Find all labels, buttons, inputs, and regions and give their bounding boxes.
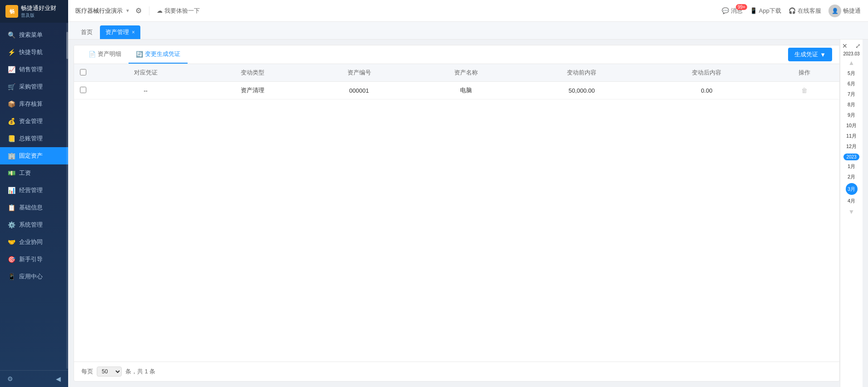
timeline-item-6[interactable]: 6月: [840, 79, 863, 89]
close-icon[interactable]: ✕: [842, 42, 848, 50]
sidebar-item-ledger[interactable]: 📒 总账管理: [0, 130, 68, 147]
timeline-item-feb[interactable]: 2月: [840, 172, 863, 182]
cell-before-change: 50,000.00: [519, 82, 644, 99]
timeline-item-mar-active[interactable]: 3月: [846, 183, 858, 195]
sidebar-item-sales[interactable]: 📈 销售管理: [0, 61, 68, 78]
sidebar-item-operation[interactable]: 📊 经营管理: [0, 182, 68, 199]
col-asset-code: 资产编号: [306, 64, 412, 82]
delete-icon[interactable]: 🗑: [801, 87, 808, 94]
sidebar-item-system[interactable]: ⚙️ 系统管理: [0, 216, 68, 233]
feedback-button[interactable]: ☁ 我要体验一下: [157, 7, 200, 15]
sidebar-item-label: 系统管理: [19, 221, 43, 229]
change-icon: 🔄: [136, 51, 143, 58]
sidebar-item-purchase[interactable]: 🛒 采购管理: [0, 78, 68, 95]
col-before-change: 变动前内容: [519, 64, 644, 82]
timeline-item-9[interactable]: 9月: [840, 110, 863, 120]
sidebar-item-label: 应用中心: [19, 273, 43, 281]
message-badge: 99+: [736, 4, 747, 10]
app-download-icon: 📱: [750, 7, 757, 14]
timeline-container: ▲ 5月 6月 7月 8月 9月 10月 11月 12月 2023 1月 2月 …: [840, 57, 863, 385]
user-menu-button[interactable]: 👤 畅捷通: [828, 5, 861, 17]
generate-voucher-button[interactable]: 生成凭证 ▼: [788, 48, 832, 61]
per-page-label: 每页: [81, 367, 93, 376]
col-operation: 操作: [769, 64, 839, 82]
sidebar-nav: 🔍 搜索菜单 ⚡ 快捷导航 📈 销售管理 🛒 采购管理 📦 库存核算 💰 资金管…: [0, 23, 68, 370]
sidebar-item-enterprise[interactable]: 🤝 企业协同: [0, 233, 68, 251]
sidebar-item-label: 资金管理: [19, 117, 43, 125]
sidebar-item-basic-info[interactable]: 📋 基础信息: [0, 199, 68, 216]
tab-close-icon[interactable]: ×: [132, 29, 135, 35]
pagination: 每页 50 10 20 100 条，共 1 条: [74, 362, 839, 381]
sidebar-item-app-center[interactable]: 📱 应用中心: [0, 268, 68, 285]
table-row: -- 资产清理 000001 电脑 50,000.00 0.00 🗑: [74, 82, 839, 99]
message-button[interactable]: 💬 消息 99+: [722, 7, 743, 15]
tab-asset-detail[interactable]: 📄 资产明细: [81, 45, 129, 64]
panel-controls: ✕ ⤢: [840, 41, 863, 50]
timeline-item-8[interactable]: 8月: [840, 99, 863, 110]
tab-home[interactable]: 首页: [75, 25, 98, 39]
row-checkbox[interactable]: [80, 87, 86, 93]
topbar: 医疗器械行业演示 ▼ ⚙ ☁ 我要体验一下 💬 消息 99+ 📱 App下载 🎧…: [68, 0, 868, 22]
expand-icon[interactable]: ⤢: [855, 42, 861, 50]
service-label: 在线客服: [798, 7, 821, 15]
sidebar-item-capital[interactable]: 💰 资金管理: [0, 113, 68, 130]
timeline-item-7[interactable]: 7月: [840, 89, 863, 99]
sales-icon: 📈: [7, 66, 15, 73]
scroll-down-icon[interactable]: ▼: [847, 206, 857, 217]
sidebar-item-fixed-assets[interactable]: 🏢 固定资产: [0, 147, 68, 164]
gear-icon[interactable]: ⚙: [135, 6, 142, 15]
tab-change-voucher[interactable]: 🔄 变更生成凭证: [129, 45, 188, 64]
sidebar-item-search[interactable]: 🔍 搜索菜单: [0, 26, 68, 44]
timeline-item-12[interactable]: 12月: [840, 141, 863, 152]
collapse-icon[interactable]: ◀: [56, 375, 61, 382]
fixed-assets-icon: 🏢: [7, 152, 15, 159]
timeline-item-10[interactable]: 10月: [840, 120, 863, 131]
salary-icon: 💵: [7, 169, 15, 177]
sidebar-item-label: 新手引导: [19, 255, 43, 263]
avatar: 👤: [828, 5, 841, 17]
logo-sub-text: 普及版: [21, 12, 56, 18]
timeline-item-jan[interactable]: 1月: [840, 161, 863, 172]
sidebar-item-label: 销售管理: [19, 65, 43, 74]
sidebar-item-guide[interactable]: 🎯 新手引导: [0, 251, 68, 268]
sidebar: 畅 畅捷通好业财 普及版 🔍 搜索菜单 ⚡ 快捷导航 📈 销售管理 🛒 采购管理…: [0, 0, 68, 387]
sidebar-item-inventory[interactable]: 📦 库存核算: [0, 95, 68, 113]
app-download-button[interactable]: 📱 App下载: [750, 7, 781, 15]
col-change-type: 变动类型: [199, 64, 306, 82]
sidebar-item-label: 搜索菜单: [19, 31, 43, 39]
timeline-item-11[interactable]: 11月: [840, 131, 863, 141]
service-icon: 🎧: [789, 7, 796, 14]
select-all-checkbox[interactable]: [80, 69, 86, 75]
company-name: 医疗器械行业演示: [75, 7, 123, 15]
year-badge[interactable]: 2023: [843, 154, 859, 160]
lightning-icon: ⚡: [7, 49, 15, 56]
online-service-button[interactable]: 🎧 在线客服: [789, 7, 821, 15]
cell-change-type: 资产清理: [199, 82, 306, 99]
logo-icon: 畅: [5, 5, 18, 18]
timeline-item-5[interactable]: 5月: [840, 68, 863, 79]
chevron-down-icon: ▼: [820, 51, 826, 58]
chevron-down-icon: ▼: [125, 8, 130, 13]
per-page-select[interactable]: 50 10 20 100: [97, 367, 122, 377]
sidebar-item-label: 库存核算: [19, 100, 43, 108]
scroll-up-icon[interactable]: ▲: [847, 57, 857, 68]
table-container: 对应凭证 变动类型 资产编号 资产名称 变动前内容 变动后内容 操作: [74, 64, 839, 362]
feedback-icon: ☁: [157, 7, 163, 14]
inventory-icon: 📦: [7, 100, 15, 108]
logo-main-text: 畅捷通好业财: [21, 5, 56, 12]
sidebar-item-salary[interactable]: 💵 工资: [0, 164, 68, 182]
settings-icon[interactable]: ⚙: [7, 375, 13, 382]
tab-asset-management[interactable]: 资产管理 ×: [100, 25, 140, 39]
col-voucher: 对应凭证: [92, 64, 199, 82]
sidebar-item-quick-nav[interactable]: ⚡ 快捷导航: [0, 44, 68, 61]
enterprise-icon: 🤝: [7, 238, 15, 246]
sidebar-item-label: 工资: [19, 169, 31, 177]
tab-label: 变更生成凭证: [145, 50, 180, 58]
company-selector[interactable]: 医疗器械行业演示 ▼: [75, 7, 130, 15]
cell-after-change: 0.00: [644, 82, 769, 99]
main-container: 医疗器械行业演示 ▼ ⚙ ☁ 我要体验一下 💬 消息 99+ 📱 App下载 🎧…: [68, 0, 868, 387]
timeline-item-apr[interactable]: 4月: [840, 196, 863, 206]
message-icon: 💬: [722, 7, 729, 14]
capital-icon: 💰: [7, 118, 15, 125]
sidebar-item-label: 固定资产: [19, 152, 43, 160]
